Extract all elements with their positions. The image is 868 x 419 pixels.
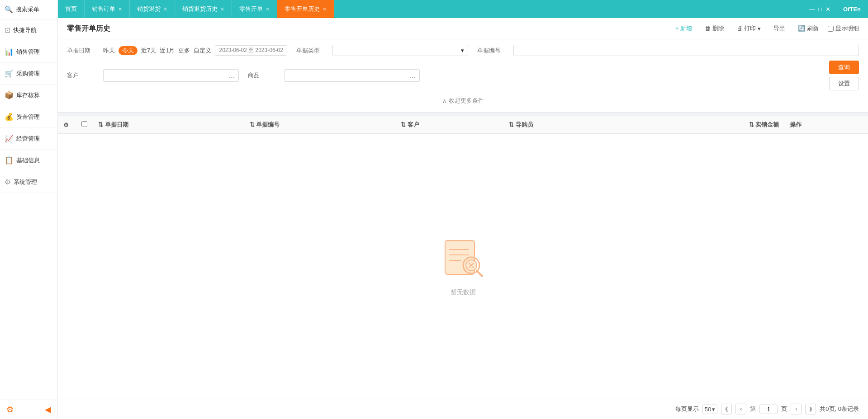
tab-retail-open-label: 零售开单 <box>239 5 263 13</box>
window-maximize[interactable]: □ <box>818 6 822 13</box>
page-size-select[interactable]: 50 ▾ <box>702 405 717 414</box>
operations-icon: 📈 <box>5 134 14 143</box>
table-area: ⚙ ⇅ 单据日期 ⇅ 单据编号 <box>58 116 868 419</box>
finance-icon: 💰 <box>5 113 14 121</box>
sidebar-item-sales-mgmt[interactable]: 📊 销售管理 <box>0 41 57 63</box>
system-mgmt-icon: ⚙ <box>5 178 11 186</box>
print-dropdown-icon[interactable]: ▾ <box>758 25 761 32</box>
col-amount-sort-icon[interactable]: ⇅ <box>749 121 754 128</box>
date-1month[interactable]: 近1月 <box>160 47 175 55</box>
sidebar-item-label: 系统管理 <box>14 178 37 186</box>
col-action-label: 操作 <box>790 121 802 128</box>
number-filter-input[interactable] <box>513 45 859 56</box>
select-all-checkbox[interactable] <box>81 121 87 127</box>
data-table: ⚙ ⇅ 单据日期 ⇅ 单据编号 <box>58 116 868 134</box>
sidebar-item-label: 资金管理 <box>16 113 40 121</box>
customer-select[interactable]: ... <box>103 69 239 82</box>
date-7days[interactable]: 近7天 <box>141 47 156 55</box>
page-size-value: 50 <box>705 406 711 413</box>
goods-dots[interactable]: ... <box>410 71 416 80</box>
tab-retail-open[interactable]: 零售开单 ✕ <box>232 0 277 18</box>
new-button[interactable]: + 新增 <box>672 23 696 34</box>
main-content: 首页 销售订单 ✕ 销货退货 ✕ 销货退货历史 ✕ 零售开单 ✕ 零售开单历史 … <box>58 0 868 419</box>
refresh-label: 🔄 刷新 <box>798 24 819 33</box>
delete-button[interactable]: 🗑 删除 <box>701 23 728 34</box>
quick-nav-icon: ⊡ <box>5 26 10 34</box>
pagination: 每页显示 50 ▾ ⟪ ‹ 第 1 页 › ⟫ 共0页, 0条记录 <box>58 399 868 419</box>
tab-home[interactable]: 首页 <box>58 0 85 18</box>
filter-area: 单据日期 昨天 今天 近7天 近1月 更多 自定义 2023-06-02 至 2… <box>58 39 868 113</box>
col-salesperson-label: 导购员 <box>516 121 533 128</box>
export-label: 导出 <box>773 24 785 33</box>
col-salesperson: ⇅ 导购员 <box>503 116 633 134</box>
empty-text: 暂无数据 <box>451 288 476 297</box>
sidebar-menu: ⊡ 快捷导航 📊 销售管理 🛒 采购管理 📦 库存核算 💰 资金管理 📈 经营管… <box>0 19 57 400</box>
export-button[interactable]: 导出 <box>770 23 789 34</box>
col-number-sort-icon[interactable]: ⇅ <box>250 121 255 128</box>
print-button[interactable]: 🖨 打印 ▾ <box>733 23 765 34</box>
filter-row-1: 单据日期 昨天 今天 近7天 近1月 更多 自定义 2023-06-02 至 2… <box>67 45 859 56</box>
tab-retail-open-history[interactable]: 零售开单历史 ✕ <box>277 0 334 18</box>
display-detail-checkbox[interactable]: 显示明细 <box>828 24 859 33</box>
first-page-btn[interactable]: ⟪ <box>721 404 732 414</box>
sidebar-item-quick-nav[interactable]: ⊡ 快捷导航 <box>0 19 57 41</box>
sidebar-item-operations[interactable]: 📈 经营管理 <box>0 128 57 150</box>
customer-dots[interactable]: ... <box>229 71 235 80</box>
date-today[interactable]: 今天 <box>119 46 138 55</box>
table-settings-icon[interactable]: ⚙ <box>63 122 69 128</box>
display-detail-input[interactable] <box>828 26 834 32</box>
tab-sales-return-history-close[interactable]: ✕ <box>220 6 224 12</box>
prev-page-btn[interactable]: ‹ <box>735 404 746 414</box>
page-label: 第 <box>750 405 756 413</box>
number-filter-label: 单据编号 <box>477 47 504 55</box>
tab-sales-order-label: 销售订单 <box>92 5 115 13</box>
tab-retail-open-history-close[interactable]: ✕ <box>323 6 327 12</box>
sidebar-search[interactable]: 🔍 搜索采单 <box>0 0 57 19</box>
settings-gear-icon[interactable]: ⚙ <box>6 405 14 414</box>
type-select[interactable]: ▾ <box>332 45 468 56</box>
col-date: ⇅ 单据日期 <box>93 116 244 134</box>
tab-sales-order-close[interactable]: ✕ <box>118 6 122 12</box>
filter-row-2: 客户 ... 商品 ... 查询 设置 <box>67 61 859 90</box>
sidebar: 🔍 搜索采单 ⊡ 快捷导航 📊 销售管理 🛒 采购管理 📦 库存核算 💰 资金管… <box>0 0 58 419</box>
new-label: + 新增 <box>675 24 692 33</box>
tab-sales-return-history[interactable]: 销货退货历史 ✕ <box>175 0 232 18</box>
collapse-sidebar-icon[interactable]: ◀ <box>45 405 51 414</box>
window-minimize[interactable]: — <box>809 6 815 13</box>
table-checkbox-col <box>76 116 93 134</box>
setting-button[interactable]: 设置 <box>829 77 859 90</box>
last-page-btn[interactable]: ⟫ <box>805 404 816 414</box>
page-input[interactable]: 1 <box>759 405 778 414</box>
svg-line-6 <box>477 271 482 276</box>
sidebar-item-inventory[interactable]: 📦 库存核算 <box>0 85 57 106</box>
total-info: 共0页, 0条记录 <box>820 405 859 413</box>
window-close[interactable]: ✕ <box>825 6 830 13</box>
page-size-dropdown-icon: ▾ <box>712 406 715 413</box>
col-customer-label: 客户 <box>408 121 419 128</box>
query-button[interactable]: 查询 <box>829 61 859 74</box>
collapse-filter-btn[interactable]: ∧ 收起更多条件 <box>67 95 859 107</box>
col-date-label: 单据日期 <box>105 121 128 128</box>
tab-sales-return-close[interactable]: ✕ <box>163 6 167 12</box>
refresh-button[interactable]: 🔄 刷新 <box>794 23 822 34</box>
type-select-dropdown-icon[interactable]: ▾ <box>461 47 464 54</box>
date-custom[interactable]: 自定义 <box>194 47 211 55</box>
tab-retail-open-close[interactable]: ✕ <box>266 6 270 12</box>
date-yesterday[interactable]: 昨天 <box>103 47 115 55</box>
sidebar-item-finance[interactable]: 💰 资金管理 <box>0 106 57 128</box>
sidebar-item-basic-info[interactable]: 📋 基础信息 <box>0 150 57 171</box>
col-salesperson-sort-icon[interactable]: ⇅ <box>509 121 514 128</box>
col-customer-sort-icon[interactable]: ⇅ <box>401 121 406 128</box>
per-page-label: 每页显示 <box>675 405 699 413</box>
tab-home-label: 首页 <box>65 5 77 13</box>
tab-sales-return[interactable]: 销货退货 ✕ <box>130 0 175 18</box>
page-actions: + 新增 🗑 删除 🖨 打印 ▾ 导出 🔄 刷新 显示明细 <box>672 23 859 34</box>
date-range-input[interactable]: 2023-06-02 至 2023-06-02 <box>215 45 287 56</box>
col-date-sort-icon[interactable]: ⇅ <box>98 121 103 128</box>
goods-select[interactable]: ... <box>284 69 420 82</box>
tab-sales-order[interactable]: 销售订单 ✕ <box>85 0 130 18</box>
date-more[interactable]: 更多 <box>178 47 190 55</box>
sidebar-item-system-mgmt[interactable]: ⚙ 系统管理 <box>0 171 57 193</box>
sidebar-item-purchase-mgmt[interactable]: 🛒 采购管理 <box>0 63 57 85</box>
next-page-btn[interactable]: › <box>791 404 802 414</box>
